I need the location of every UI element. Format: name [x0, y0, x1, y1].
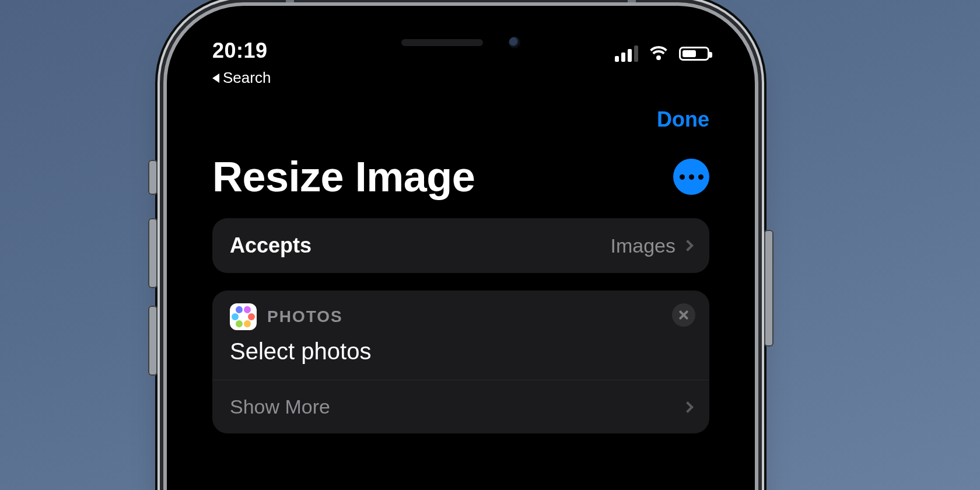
screen: 20:19 Search Done Resize Image	[187, 26, 735, 490]
earpiece-speaker	[401, 39, 483, 46]
mute-switch	[148, 160, 158, 195]
action-card-photos: PHOTOS Select photos Show More	[212, 290, 709, 433]
accepts-value: Images	[611, 235, 676, 257]
accepts-card: Accepts Images	[212, 218, 709, 273]
breadcrumb-label: Search	[223, 69, 271, 87]
breadcrumb-back[interactable]: Search	[212, 69, 341, 87]
ellipsis-icon	[680, 174, 685, 180]
done-button[interactable]: Done	[657, 107, 709, 132]
power-button	[764, 230, 774, 346]
show-more-row[interactable]: Show More	[212, 380, 709, 433]
more-button[interactable]	[673, 159, 709, 195]
front-camera	[509, 37, 520, 48]
chevron-right-icon	[682, 240, 694, 251]
action-app-name: PHOTOS	[267, 307, 343, 326]
clock: 20:19	[212, 38, 341, 63]
battery-icon	[679, 47, 709, 61]
ellipsis-icon	[698, 174, 704, 180]
notch	[324, 26, 598, 60]
page-header: Resize Image	[187, 153, 735, 201]
antenna-band	[628, 0, 636, 2]
phone-frame: 20:19 Search Done Resize Image	[169, 8, 752, 490]
delete-action-button[interactable]	[672, 303, 695, 327]
antenna-band	[286, 0, 294, 2]
accepts-label: Accepts	[230, 233, 312, 258]
action-title[interactable]: Select photos	[230, 338, 692, 365]
chevron-right-icon	[682, 401, 694, 413]
volume-up-button	[148, 218, 158, 288]
ellipsis-icon	[689, 174, 694, 180]
cellular-signal-icon	[615, 46, 638, 62]
page-title: Resize Image	[212, 153, 475, 201]
show-more-label: Show More	[230, 396, 330, 418]
photos-app-icon	[230, 303, 257, 330]
volume-down-button	[148, 306, 158, 376]
nav-bar: Done	[187, 107, 735, 132]
back-triangle-icon	[212, 74, 219, 83]
accepts-row[interactable]: Accepts Images	[212, 218, 709, 273]
wallpaper: 20:19 Search Done Resize Image	[0, 0, 980, 490]
wifi-icon	[649, 46, 668, 61]
